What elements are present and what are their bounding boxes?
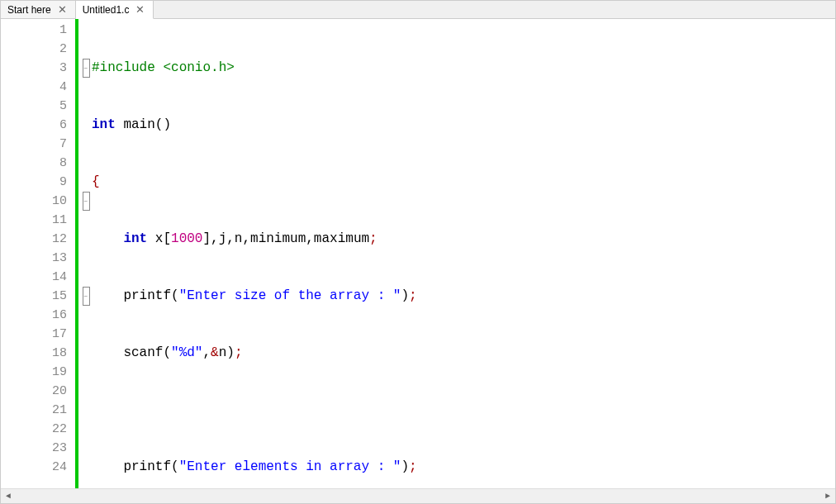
fold-toggle-icon[interactable]: −	[83, 287, 90, 306]
fold-toggle-icon[interactable]: −	[83, 59, 90, 78]
fold-toggle-icon[interactable]: −	[83, 192, 90, 211]
fold-gutter: −−−	[80, 19, 92, 488]
fold-cell	[80, 382, 92, 401]
fold-cell	[80, 363, 92, 382]
line-number: 9	[1, 173, 67, 192]
code-line: scanf("%d",&n);	[92, 344, 835, 363]
fold-cell	[80, 116, 92, 135]
code-line: #include <conio.h>	[92, 59, 835, 78]
code-line: printf("Enter size of the array : ");	[92, 287, 835, 306]
line-number: 18	[1, 344, 67, 363]
line-number: 19	[1, 363, 67, 382]
fold-cell: −	[80, 59, 92, 78]
fold-cell	[80, 344, 92, 363]
code-line	[92, 401, 835, 420]
fold-cell	[80, 401, 92, 420]
fold-cell	[80, 78, 92, 97]
scroll-track[interactable]	[16, 489, 820, 504]
fold-cell	[80, 439, 92, 458]
line-number: 24	[1, 458, 67, 477]
fold-cell	[80, 306, 92, 325]
line-number: 6	[1, 116, 67, 135]
fold-cell	[80, 211, 92, 230]
fold-cell	[80, 325, 92, 344]
fold-cell	[80, 135, 92, 154]
fold-cell	[80, 420, 92, 439]
code-line: printf("Enter elements in array : ");	[92, 458, 835, 477]
fold-cell	[80, 230, 92, 249]
line-number: 17	[1, 325, 67, 344]
code-line: int main()	[92, 116, 835, 135]
line-number: 13	[1, 249, 67, 268]
line-number: 21	[1, 401, 67, 420]
line-number: 3	[1, 59, 67, 78]
fold-cell	[80, 40, 92, 59]
line-number: 10	[1, 192, 67, 211]
close-icon[interactable]: ✕	[56, 3, 69, 16]
fold-cell	[80, 268, 92, 287]
fold-cell: −	[80, 192, 92, 211]
fold-cell	[80, 97, 92, 116]
fold-cell	[80, 21, 92, 40]
fold-cell	[80, 154, 92, 173]
line-number: 5	[1, 97, 67, 116]
line-number: 4	[1, 78, 67, 97]
line-number: 22	[1, 420, 67, 439]
line-number: 14	[1, 268, 67, 287]
horizontal-scrollbar[interactable]: ◄ ►	[1, 488, 835, 503]
line-number: 16	[1, 306, 67, 325]
line-number: 7	[1, 135, 67, 154]
line-number: 12	[1, 230, 67, 249]
code-line: int x[1000],j,n,minimum,maximum;	[92, 230, 835, 249]
scroll-right-button[interactable]: ►	[820, 489, 835, 504]
fold-cell	[80, 458, 92, 477]
fold-cell	[80, 173, 92, 192]
change-indicator-bar	[75, 19, 78, 488]
code-line: {	[92, 173, 835, 192]
line-number: 15	[1, 287, 67, 306]
line-number: 1	[1, 21, 67, 40]
editor-area[interactable]: 123456789101112131415161718192021222324 …	[1, 19, 835, 488]
tab-start-here[interactable]: Start here ✕	[1, 1, 76, 18]
fold-cell: −	[80, 287, 92, 306]
line-number: 23	[1, 439, 67, 458]
line-number-gutter: 123456789101112131415161718192021222324	[1, 19, 75, 488]
tab-untitled1[interactable]: Untitled1.c ✕	[76, 1, 154, 19]
line-number: 11	[1, 211, 67, 230]
close-icon[interactable]: ✕	[134, 3, 146, 16]
scroll-left-button[interactable]: ◄	[1, 489, 16, 504]
line-number: 2	[1, 40, 67, 59]
code-editor[interactable]: #include <conio.h> int main() { int x[10…	[92, 19, 835, 488]
tab-label: Start here	[7, 4, 51, 16]
tab-bar: Start here ✕ Untitled1.c ✕	[1, 1, 835, 19]
line-number: 20	[1, 382, 67, 401]
fold-cell	[80, 249, 92, 268]
line-number: 8	[1, 154, 67, 173]
tab-label: Untitled1.c	[83, 4, 130, 16]
